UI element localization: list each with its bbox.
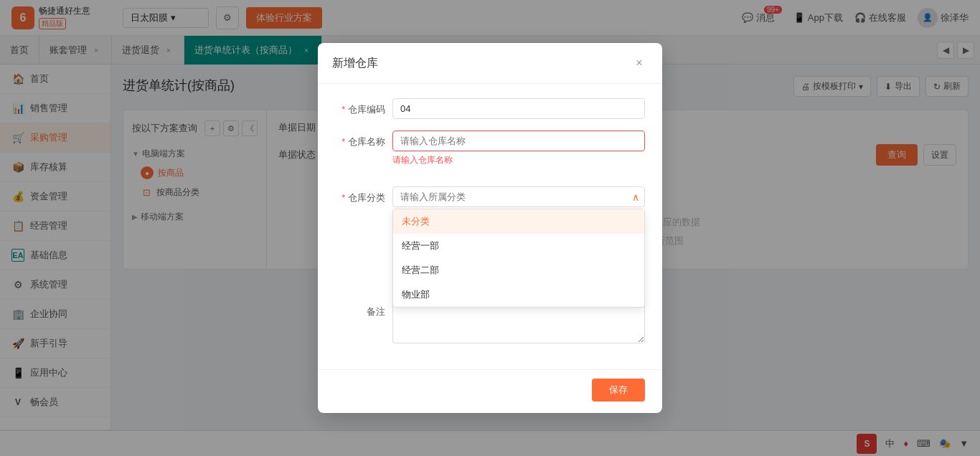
dropdown-item-dept2[interactable]: 经营二部 — [393, 258, 644, 282]
form-row-category: 仓库分类 ∧ 未分类 经营一部 经营二部 物业部 — [335, 186, 645, 207]
modal-header: 新增仓库 × — [318, 43, 662, 84]
notes-label: 备注 — [335, 300, 392, 318]
name-error-message: 请输入仓库名称 — [392, 154, 645, 166]
modal-close-button[interactable]: × — [631, 54, 648, 72]
category-select-wrapper: ∧ 未分类 经营一部 经营二部 物业部 — [392, 186, 645, 207]
modal-overlay[interactable]: 新增仓库 × 仓库编码 仓库名称 请输入仓库名称 仓库分类 — [0, 0, 980, 456]
category-label: 仓库分类 — [335, 186, 392, 204]
category-input[interactable] — [392, 186, 645, 207]
code-label: 仓库编码 — [335, 98, 392, 116]
code-input[interactable] — [392, 98, 645, 119]
modal-body: 仓库编码 仓库名称 请输入仓库名称 仓库分类 ∧ 未分类 — [318, 84, 662, 369]
dropdown-item-uncategorized[interactable]: 未分类 — [393, 209, 644, 234]
modal-footer: 保存 — [318, 369, 662, 413]
name-label: 仓库名称 — [335, 130, 392, 148]
dropdown-item-dept1[interactable]: 经营一部 — [393, 234, 644, 258]
category-dropdown: 未分类 经营一部 经营二部 物业部 — [392, 209, 645, 308]
form-row-name: 仓库名称 请输入仓库名称 — [335, 130, 645, 166]
name-input[interactable] — [392, 130, 645, 151]
modal-title: 新增仓库 — [332, 56, 378, 71]
form-row-code: 仓库编码 — [335, 98, 645, 119]
modal-add-warehouse: 新增仓库 × 仓库编码 仓库名称 请输入仓库名称 仓库分类 — [318, 43, 662, 413]
dropdown-item-property[interactable]: 物业部 — [393, 282, 644, 307]
save-button[interactable]: 保存 — [592, 379, 645, 402]
